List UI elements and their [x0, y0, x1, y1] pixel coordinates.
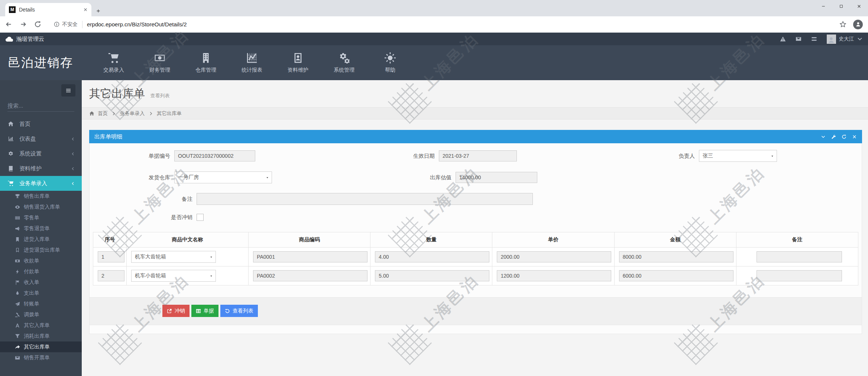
sidebar-toggle-button[interactable]: [61, 84, 75, 97]
sidebar-item-sales-return-inbound[interactable]: 销售退货入库单: [0, 202, 82, 212]
row-product-select[interactable]: 机车大齿轮箱: [131, 251, 216, 263]
sidebar-search: [7, 102, 74, 112]
row-amount-field[interactable]: [619, 251, 733, 262]
sidebar-item-system-settings[interactable]: 系统设置: [0, 146, 82, 161]
security-indicator[interactable]: 不安全: [54, 21, 78, 28]
module-help[interactable]: 帮助: [367, 52, 413, 73]
reload-button[interactable]: [34, 21, 41, 28]
warehouse-select[interactable]: 一号厂房: [174, 171, 272, 183]
send-icon: [14, 301, 20, 307]
document-button[interactable]: 单据: [191, 305, 218, 317]
tab-favicon: M: [9, 6, 16, 13]
row-amount-field[interactable]: [619, 270, 733, 281]
chevron-left-icon: [71, 182, 75, 186]
effective-date-field[interactable]: [439, 150, 517, 161]
letter-a-icon: [14, 323, 20, 328]
cash-icon: [14, 258, 20, 264]
breadcrumb-home[interactable]: 首页: [98, 110, 108, 117]
sidebar-item-expense[interactable]: 支出单: [0, 288, 82, 298]
row-remark-field[interactable]: [757, 251, 842, 262]
wrench-icon[interactable]: [831, 134, 836, 139]
sidebar-item-retail[interactable]: 零售单: [0, 212, 82, 223]
server-icon[interactable]: [811, 36, 817, 42]
outbound-value-label: 出库估值: [352, 174, 456, 181]
user-menu[interactable]: 史大江: [827, 35, 863, 44]
module-system[interactable]: 系统管理: [321, 52, 367, 73]
row-qty-field[interactable]: [375, 270, 489, 281]
filter-icon: [14, 334, 20, 339]
home-icon: [7, 121, 14, 127]
refresh-icon[interactable]: [842, 134, 846, 139]
sidebar-item-home[interactable]: 首页: [0, 117, 82, 131]
caret-icon: [266, 176, 269, 179]
sidebar-menu: 首页 仪表盘 系统设置 资料维护 业务单录入: [0, 117, 82, 363]
warning-icon[interactable]: [780, 36, 786, 42]
sidebar-item-purchase-return-outbound[interactable]: 进货退货出库单: [0, 245, 82, 255]
writeoff-checkbox[interactable]: [197, 214, 204, 221]
browser-tab[interactable]: M Details: [5, 3, 91, 16]
items-table: 序号 商品中文名称 商品编码 数量 单价 金额 备注: [93, 232, 858, 285]
module-reports[interactable]: 统计报表: [229, 52, 275, 73]
person-icon: [827, 36, 835, 44]
row-price-field[interactable]: [497, 251, 611, 262]
sidebar-item-purchase-inbound[interactable]: 进货入库单: [0, 234, 82, 245]
sidebar-item-payment[interactable]: 付款单: [0, 266, 82, 277]
app-navbar: 瀚琚管理云 史大江: [0, 33, 868, 45]
megaphone-icon: [14, 226, 20, 231]
bookmark-star-icon[interactable]: [839, 21, 846, 28]
sidebar-item-other-outbound[interactable]: 其它出库单: [0, 341, 82, 352]
row-seq-field[interactable]: [98, 251, 124, 262]
row-seq-field[interactable]: [98, 270, 124, 281]
module-trade-entry[interactable]: 交易录入: [91, 52, 137, 73]
tab-close-icon[interactable]: [83, 7, 88, 12]
writeoff-button[interactable]: 冲销: [162, 305, 190, 317]
close-icon[interactable]: [852, 134, 857, 139]
sidebar-item-allocation[interactable]: 调拨单: [0, 309, 82, 320]
sidebar-item-receipt[interactable]: 收款单: [0, 255, 82, 266]
sidebar-item-sales-invoice[interactable]: 销售开票单: [0, 352, 82, 363]
doc-no-field[interactable]: [174, 150, 255, 161]
new-tab-button[interactable]: [96, 9, 101, 13]
remark-field[interactable]: [197, 193, 533, 205]
share-icon: [14, 344, 20, 350]
row-code-field[interactable]: [253, 270, 367, 281]
sidebar-item-transfer-account[interactable]: 转账单: [0, 298, 82, 309]
sidebar-item-other-inbound[interactable]: 其它入库单: [0, 320, 82, 331]
sidebar-item-business-entry[interactable]: 业务单录入: [0, 176, 82, 191]
url-text[interactable]: erpdoc.epoerp.cn/Biz/StoreOut/Details/2: [87, 21, 187, 27]
main-content: 其它出库单 查看列表 首页 业务单录入 其它出库单 出库单明细: [82, 80, 868, 376]
sidebar-item-retail-return[interactable]: 零售退货单: [0, 223, 82, 234]
envelope-icon: [14, 355, 20, 360]
page-subtitle[interactable]: 查看列表: [150, 93, 169, 98]
window-minimize-button[interactable]: [814, 0, 832, 13]
row-code-field[interactable]: [253, 251, 367, 262]
window-close-button[interactable]: [850, 0, 868, 13]
owner-select[interactable]: 张三: [699, 150, 777, 162]
browser-profile-icon[interactable]: [853, 20, 863, 29]
row-remark-field[interactable]: [757, 270, 842, 281]
sidebar-item-sales-outbound[interactable]: 销售出库单: [0, 191, 82, 202]
breadcrumb-business-entry[interactable]: 业务单录入: [120, 110, 145, 117]
module-finance[interactable]: 财务管理: [137, 52, 183, 73]
chevron-left-icon: [71, 137, 75, 141]
sidebar-item-income[interactable]: 收入单: [0, 277, 82, 288]
search-input[interactable]: [7, 102, 81, 109]
outbound-value-field[interactable]: [456, 172, 537, 183]
info-icon: [54, 22, 59, 27]
view-list-button[interactable]: 查看列表: [220, 305, 258, 317]
envelope-icon[interactable]: [796, 36, 801, 42]
product-logo: 邑泊进销存: [8, 55, 73, 71]
sidebar-item-dashboard[interactable]: 仪表盘: [0, 131, 82, 146]
collapse-icon[interactable]: [821, 134, 826, 139]
forward-button[interactable]: [20, 21, 27, 28]
row-product-select[interactable]: 机车小齿轮箱: [131, 270, 216, 282]
module-data-maintenance[interactable]: 资料维护: [275, 52, 321, 73]
module-warehouse[interactable]: 仓库管理: [183, 52, 229, 73]
sidebar-item-data-maintenance[interactable]: 资料维护: [0, 161, 82, 176]
window-maximize-button[interactable]: [832, 0, 850, 13]
row-price-field[interactable]: [497, 270, 611, 281]
sidebar-item-consume-outbound[interactable]: 消耗出库单: [0, 331, 82, 341]
back-button[interactable]: [5, 21, 12, 28]
gears-icon: [339, 52, 350, 63]
row-qty-field[interactable]: [375, 251, 489, 262]
